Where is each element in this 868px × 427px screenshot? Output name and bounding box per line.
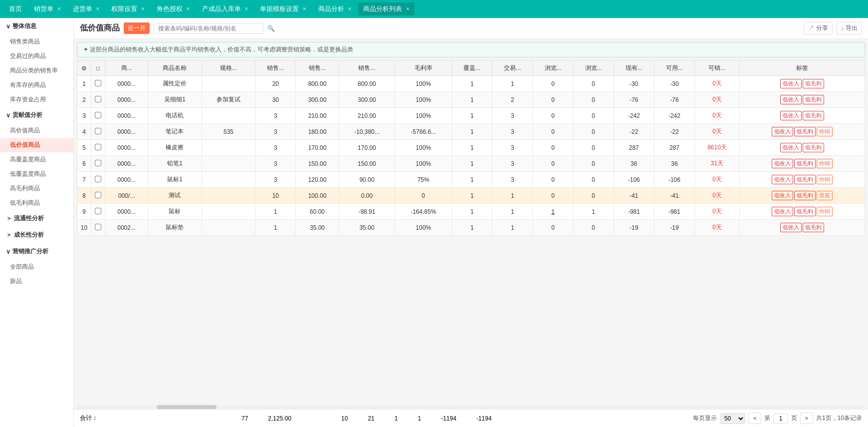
- close-product-inbound-icon[interactable]: ×: [244, 5, 248, 12]
- nav-template-settings[interactable]: 单据模板设置 ×: [255, 2, 311, 15]
- page-number-input[interactable]: [773, 414, 788, 424]
- cell-no: 4: [77, 124, 91, 140]
- nav-product-analysis-list[interactable]: 商品分析列表 ×: [358, 2, 415, 15]
- sidebar-section-contribution[interactable]: ∨ 贡献值分析: [0, 107, 73, 123]
- cell-s3: 300.00: [339, 92, 395, 108]
- browse-value: 0: [551, 112, 555, 119]
- scrollbar-thumb[interactable]: [157, 405, 217, 409]
- cell-checkbox[interactable]: [91, 172, 105, 188]
- sidebar-item-traded[interactable]: 交易过的商品: [0, 49, 73, 63]
- col-sales1: 销售...: [255, 61, 296, 76]
- cell-browse2: 0: [573, 156, 614, 172]
- cell-s3: 0.00: [339, 188, 395, 204]
- cell-browse1[interactable]: 0: [533, 76, 573, 92]
- cell-checkbox[interactable]: [91, 220, 105, 236]
- cell-checkbox[interactable]: [91, 108, 105, 124]
- cell-browse1[interactable]: 0: [533, 156, 573, 172]
- nav-product-inbound[interactable]: 产成品入库单 ×: [197, 2, 253, 15]
- col-sellable: 可销...: [695, 61, 740, 76]
- nav-home[interactable]: 首页: [4, 2, 27, 15]
- table-wrapper[interactable]: ⚙ □ 商... 商品名称 规格... 销售... 销售... 销售... 毛利…: [77, 60, 865, 405]
- nav-sales-order[interactable]: 销货单 ×: [29, 2, 66, 15]
- cell-checkbox[interactable]: [91, 188, 105, 204]
- sidebar-item-low-margin[interactable]: 低毛利商品: [0, 196, 73, 210]
- cell-checkbox[interactable]: [91, 204, 105, 220]
- cell-checkbox[interactable]: [91, 76, 105, 92]
- close-product-analysis-list-icon[interactable]: ×: [406, 5, 410, 12]
- nav-role-auth[interactable]: 角色授权 ×: [152, 2, 195, 15]
- cell-days: 31天: [695, 156, 740, 172]
- sidebar-item-high-value[interactable]: 高价值商品: [0, 123, 73, 138]
- filter-recent-month-button[interactable]: 近一月: [124, 22, 150, 34]
- cell-browse1[interactable]: 0: [533, 124, 573, 140]
- cell-browse2: 0: [573, 124, 614, 140]
- cell-s3: 170.00: [339, 140, 395, 156]
- sidebar-item-category-sales-rate[interactable]: 商品分类的销售率: [0, 63, 73, 78]
- sidebar-item-all-products[interactable]: 全部商品: [0, 260, 73, 274]
- close-purchase-order-icon[interactable]: ×: [96, 5, 99, 12]
- browse-value[interactable]: 1: [551, 208, 555, 215]
- search-icon[interactable]: 🔍: [267, 25, 275, 32]
- cell-no: 3: [77, 108, 91, 124]
- cell-browse2: 0: [573, 188, 614, 204]
- close-template-settings-icon[interactable]: ×: [303, 5, 306, 12]
- search-input[interactable]: [154, 23, 263, 34]
- chevron-right-icon-2: ＞: [6, 231, 12, 239]
- nav-purchase-order[interactable]: 进货单 ×: [68, 2, 105, 15]
- cell-coverage: 1: [452, 156, 492, 172]
- cell-browse1[interactable]: 0: [533, 108, 573, 124]
- close-product-analysis-icon[interactable]: ×: [348, 5, 351, 12]
- cell-checkbox[interactable]: [91, 140, 105, 156]
- sidebar-section-growth[interactable]: ＞ 成长性分析: [0, 227, 73, 243]
- col-check-all[interactable]: □: [91, 61, 105, 76]
- sidebar-item-stock-capital[interactable]: 库存资金占用: [0, 92, 73, 107]
- export-button[interactable]: ↓ 导出: [837, 22, 862, 34]
- chevron-down-icon-3: ∨: [6, 248, 10, 255]
- sidebar-item-high-margin[interactable]: 高毛利商品: [0, 181, 73, 196]
- sidebar-item-in-stock[interactable]: 有库存的商品: [0, 78, 73, 92]
- chevron-down-icon-2: ∨: [6, 112, 10, 119]
- cell-margin: 100%: [395, 92, 452, 108]
- close-sales-order-icon[interactable]: ×: [57, 5, 61, 12]
- prev-page-button[interactable]: ＜: [748, 413, 761, 424]
- cell-browse1[interactable]: 0: [533, 140, 573, 156]
- cell-s1: 1: [255, 204, 296, 220]
- sidebar-item-high-coverage[interactable]: 高覆盖度商品: [0, 152, 73, 167]
- close-role-auth-icon[interactable]: ×: [187, 5, 190, 12]
- nav-product-analysis[interactable]: 商品分析 ×: [313, 2, 357, 15]
- cell-browse1[interactable]: 0: [533, 172, 573, 188]
- sidebar-item-low-value[interactable]: 低价值商品: [0, 138, 73, 152]
- col-setting[interactable]: ⚙: [77, 61, 91, 76]
- cell-transaction: 1: [492, 76, 533, 92]
- cell-s2: 300.00: [296, 92, 339, 108]
- sidebar-item-sales-category[interactable]: 销售类商品: [0, 34, 73, 49]
- sidebar-section-marketing[interactable]: ∨ 营销推广分析: [0, 243, 73, 260]
- sidebar-item-new-products[interactable]: 新品: [0, 274, 73, 289]
- cell-browse1[interactable]: 0: [533, 220, 573, 236]
- cell-days: 0天: [695, 220, 740, 236]
- cell-no: 6: [77, 156, 91, 172]
- sidebar-section-liquidity[interactable]: ＞ 流通性分析: [0, 210, 73, 227]
- total-pages-label: 共1页，10条记录: [816, 414, 862, 423]
- col-coverage: 覆盖...: [452, 61, 492, 76]
- nav-permissions[interactable]: 权限设置 ×: [106, 2, 150, 15]
- cell-checkbox[interactable]: [91, 156, 105, 172]
- cell-checkbox[interactable]: [91, 92, 105, 108]
- tag-低毛利: 低毛利: [794, 175, 816, 184]
- cell-days: 0天: [695, 92, 740, 108]
- sidebar-section-overall[interactable]: ∨ 整体信息: [0, 18, 73, 34]
- tag-热销: 热销: [817, 175, 833, 184]
- cell-checkbox[interactable]: [91, 124, 105, 140]
- close-permissions-icon[interactable]: ×: [141, 5, 145, 12]
- share-button[interactable]: ↗ 分享: [804, 22, 832, 34]
- per-page-select[interactable]: 50 100: [720, 413, 745, 424]
- cell-stock1: -19: [614, 220, 654, 236]
- sidebar-item-low-coverage[interactable]: 低覆盖度商品: [0, 167, 73, 181]
- cell-coverage: 1: [452, 124, 492, 140]
- cell-browse1[interactable]: 0: [533, 188, 573, 204]
- table-row: 5 0000... 橡皮擦 3 170.00 170.00 100% 1 3 0…: [77, 140, 865, 156]
- next-page-button[interactable]: ＞: [800, 413, 813, 424]
- cell-browse1[interactable]: 0: [533, 92, 573, 108]
- horizontal-scrollbar[interactable]: [77, 405, 865, 409]
- cell-browse1[interactable]: 1: [533, 204, 573, 220]
